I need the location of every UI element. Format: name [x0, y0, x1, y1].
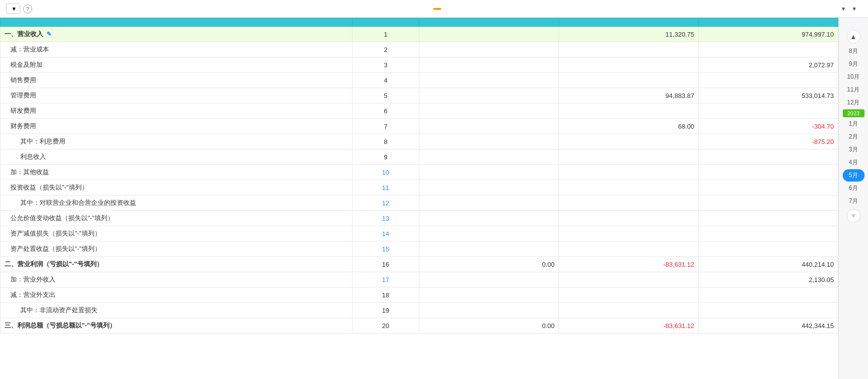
cell-prev-year-amount	[698, 165, 838, 180]
scope-dropdown[interactable]: ▾	[6, 3, 20, 14]
month-item[interactable]: 5月	[843, 169, 865, 182]
month-item[interactable]: 12月	[843, 96, 865, 109]
month-item[interactable]: 4月	[843, 156, 865, 169]
cell-item: 一、营业收入 ✎	[0, 27, 353, 42]
cell-row-num: 11	[352, 180, 419, 195]
header-row	[352, 18, 419, 27]
cell-prev-year-amount	[698, 73, 838, 88]
table-row: 利息收入9	[0, 149, 838, 165]
cell-prev-year-amount: 974,997.10	[698, 27, 838, 42]
cell-item: 二、营业利润（亏损以"-"号填列）	[0, 257, 353, 272]
month-item[interactable]: 10月	[843, 71, 865, 83]
cell-row-num: 13	[352, 211, 419, 226]
cell-prev-year-amount	[698, 103, 838, 119]
cell-row-num: 16	[352, 257, 419, 272]
month-item[interactable]: 2月	[843, 131, 865, 143]
download-button[interactable]: ▾	[840, 5, 845, 12]
cell-prev-year-amount: 533,014.73	[698, 88, 838, 103]
cell-year-amount	[559, 226, 698, 241]
cell-month-amount	[419, 195, 559, 211]
table-header-row	[0, 18, 838, 27]
table-row: 投资收益（损失以"-"填列）11	[0, 180, 838, 195]
cell-month-amount	[419, 134, 559, 149]
top-bar-left: ▾ ?	[6, 3, 32, 14]
cell-year-amount	[559, 195, 698, 211]
cell-month-amount	[419, 303, 559, 318]
month-list: 8月9月10月11月12月20231月2月3月4月5月6月7月	[843, 45, 865, 208]
month-item[interactable]: 8月	[843, 45, 865, 57]
status-badge	[433, 8, 441, 10]
table-row: 其中：对联营企业和合营企业的投资收益12	[0, 195, 838, 211]
cell-year-amount	[559, 303, 698, 318]
cell-item: 加：其他收益	[0, 165, 353, 180]
cell-month-amount	[419, 149, 559, 165]
month-item[interactable]: 7月	[843, 195, 865, 207]
table-row: 三、利润总额（亏损总额以"-"号填列）200.00-83,631.12442,3…	[0, 318, 838, 333]
cell-row-num: 19	[352, 303, 419, 318]
cell-month-amount	[419, 57, 559, 73]
cell-month-amount	[419, 241, 559, 257]
header-year	[559, 18, 698, 27]
cell-prev-year-amount	[698, 195, 838, 211]
cell-month-amount	[419, 119, 559, 134]
table-row: 管理费用594,883.87533,014.73	[0, 88, 838, 103]
scroll-up-button[interactable]: ▲	[847, 30, 861, 44]
chevron-down-icon: ▾	[12, 5, 16, 12]
header-prev	[698, 18, 838, 27]
cell-row-num: 12	[352, 195, 419, 211]
table-row: 其中：非流动资产处置损失19	[0, 303, 838, 318]
table-row: 减：营业外支出18	[0, 287, 838, 303]
help-icon[interactable]: ?	[23, 4, 32, 13]
top-bar-actions: ▾ ▾	[834, 5, 862, 12]
report-title-area	[32, 8, 834, 10]
cell-row-num: 5	[352, 88, 419, 103]
cell-row-num: 20	[352, 318, 419, 333]
cell-item: 利息收入	[0, 149, 353, 165]
month-item[interactable]: 6月	[843, 182, 865, 194]
edit-icon[interactable]: ✎	[45, 31, 51, 38]
table-row: 资产处置收益（损失以"-"填列）15	[0, 241, 838, 257]
cell-month-amount	[419, 211, 559, 226]
cell-month-amount	[419, 73, 559, 88]
month-item[interactable]: 3月	[843, 143, 865, 156]
cell-year-amount	[559, 272, 698, 287]
cell-month-amount	[419, 165, 559, 180]
cell-row-num: 18	[352, 287, 419, 303]
cell-year-amount	[559, 241, 698, 257]
cell-year-amount	[559, 180, 698, 195]
cell-year-amount: -83,631.12	[559, 318, 698, 333]
cell-month-amount	[419, 226, 559, 241]
cell-year-amount	[559, 57, 698, 73]
side-panel: ▲ 8月9月10月11月12月20231月2月3月4月5月6月7月 ▼	[838, 18, 868, 379]
table-row: 财务费用768.00-304.70	[0, 119, 838, 134]
cell-item: 公允价值变动收益（损失以"-"填列）	[0, 211, 353, 226]
table-row: 税金及附加32,072.97	[0, 57, 838, 73]
scroll-down-button[interactable]: ▼	[847, 209, 861, 223]
month-item[interactable]: 2023	[843, 109, 865, 117]
cell-year-amount: 94,883.87	[559, 88, 698, 103]
print-button[interactable]: ▾	[851, 5, 856, 12]
cell-row-num: 4	[352, 73, 419, 88]
cell-row-num: 8	[352, 134, 419, 149]
month-item[interactable]: 1月	[843, 118, 865, 130]
table-row: 加：其他收益10	[0, 165, 838, 180]
cell-item: 管理费用	[0, 88, 353, 103]
cell-year-amount: -83,631.12	[559, 257, 698, 272]
cell-year-amount	[559, 287, 698, 303]
chevron-down-icon-download: ▾	[842, 5, 845, 12]
cell-row-num: 6	[352, 103, 419, 119]
cell-prev-year-amount	[698, 211, 838, 226]
cell-item: 加：营业外收入	[0, 272, 353, 287]
cell-year-amount: 11,320.75	[559, 27, 698, 42]
cell-year-amount	[559, 149, 698, 165]
table-row: 二、营业利润（亏损以"-"号填列）160.00-83,631.12440,214…	[0, 257, 838, 272]
cell-row-num: 17	[352, 272, 419, 287]
header-month	[419, 18, 559, 27]
month-item[interactable]: 11月	[843, 84, 865, 96]
cell-prev-year-amount: 440,214.10	[698, 257, 838, 272]
cell-year-amount	[559, 73, 698, 88]
cell-item: 减：营业外支出	[0, 287, 353, 303]
month-item[interactable]: 9月	[843, 58, 865, 70]
table-row: 其中：利息费用8-875.20	[0, 134, 838, 149]
header-item	[0, 18, 353, 27]
